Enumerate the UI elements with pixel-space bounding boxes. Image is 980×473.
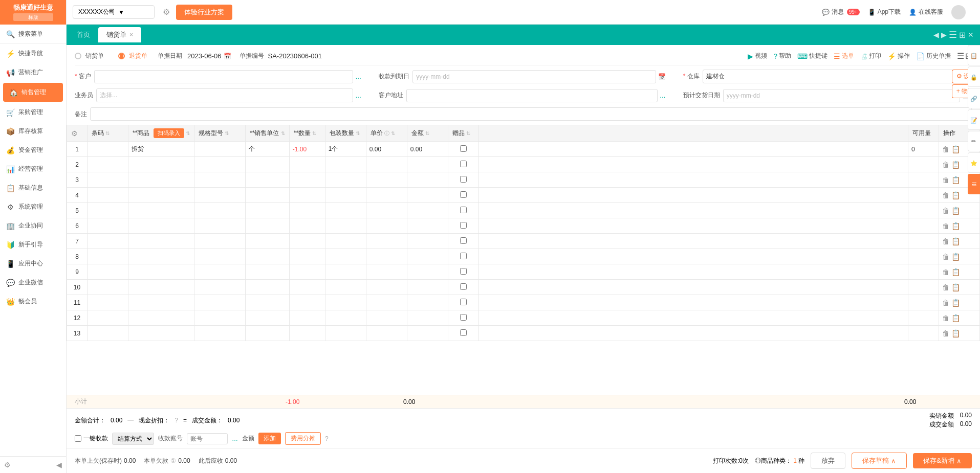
- cell-amount[interactable]: [407, 249, 448, 264]
- cell-unit[interactable]: [246, 310, 290, 326]
- cell-pkg-qty[interactable]: [325, 203, 366, 218]
- salesperson-input[interactable]: 选择...: [96, 88, 353, 102]
- cell-price[interactable]: [366, 310, 407, 326]
- cell-unit[interactable]: [246, 280, 290, 295]
- print-btn[interactable]: 🖨 打印: [860, 52, 881, 60]
- copy-row-icon[interactable]: 📋: [951, 222, 960, 230]
- right-panel-btn-5[interactable]: ✏: [968, 131, 980, 151]
- cell-qty[interactable]: [289, 310, 325, 326]
- copy-row-icon[interactable]: 📋: [951, 176, 960, 184]
- cell-gift[interactable]: [448, 326, 478, 341]
- cell-qty[interactable]: [289, 157, 325, 172]
- notes-input[interactable]: [90, 107, 972, 121]
- delete-row-icon[interactable]: 🗑: [942, 283, 949, 291]
- delete-row-icon[interactable]: 🗑: [942, 253, 949, 261]
- customer-input[interactable]: [94, 70, 353, 83]
- cell-price[interactable]: [366, 280, 407, 295]
- cell-price[interactable]: [366, 218, 407, 234]
- company-selector[interactable]: XXXXXX公司 ▼: [73, 5, 155, 19]
- cell-amount[interactable]: [407, 188, 448, 203]
- cell-price[interactable]: [366, 295, 407, 310]
- gift-checkbox[interactable]: [460, 283, 467, 290]
- delete-row-icon[interactable]: 🗑: [942, 145, 949, 153]
- cell-unit[interactable]: [246, 188, 290, 203]
- sidebar-item-operations[interactable]: 📊 经营管理: [0, 160, 66, 178]
- sidebar-item-members[interactable]: 👑 畅会员: [0, 292, 66, 311]
- delete-row-icon[interactable]: 🗑: [942, 314, 949, 322]
- cell-barcode[interactable]: [88, 280, 128, 295]
- sidebar-item-enterprise-wechat[interactable]: 💬 企业微信: [0, 273, 66, 292]
- cell-price[interactable]: [366, 326, 407, 341]
- sidebar-item-newbie-guide[interactable]: 🔰 新手引导: [0, 235, 66, 254]
- customer-dots-btn[interactable]: …: [353, 73, 363, 80]
- gift-checkbox[interactable]: [460, 314, 467, 321]
- cell-gift[interactable]: [448, 310, 478, 326]
- cell-gift[interactable]: [448, 172, 478, 188]
- cell-unit[interactable]: [246, 172, 290, 188]
- collapse-icon[interactable]: ◀: [56, 461, 62, 469]
- cell-qty[interactable]: [289, 203, 325, 218]
- cell-amount[interactable]: [407, 310, 448, 326]
- scan-barcode-btn[interactable]: 扫码录入: [154, 128, 184, 138]
- bill-owe-hint-icon[interactable]: ①: [170, 457, 176, 464]
- cell-barcode[interactable]: [88, 326, 128, 341]
- sidebar-item-system-mgmt[interactable]: ⚙ 系统管理: [0, 197, 66, 216]
- settings-icon[interactable]: ⚙: [4, 461, 11, 469]
- cell-amount[interactable]: [407, 234, 448, 249]
- cell-product[interactable]: 拆货: [128, 142, 194, 157]
- online-service-button[interactable]: 👤 在线客服: [909, 8, 943, 16]
- delete-row-icon[interactable]: 🗑: [942, 207, 949, 215]
- cell-price[interactable]: [366, 203, 407, 218]
- cell-amount[interactable]: [407, 172, 448, 188]
- prev-page-icon[interactable]: ◀: [933, 31, 939, 39]
- cell-spec[interactable]: [194, 142, 246, 157]
- gift-checkbox[interactable]: [460, 268, 467, 275]
- avatar[interactable]: [951, 5, 966, 19]
- cell-price[interactable]: 0.00: [366, 142, 407, 157]
- gift-checkbox[interactable]: [460, 176, 467, 183]
- copy-row-icon[interactable]: 📋: [951, 161, 960, 169]
- cell-pkg-qty[interactable]: [325, 188, 366, 203]
- select-order-btn[interactable]: ☰ 选单: [834, 52, 854, 60]
- cell-barcode[interactable]: [88, 249, 128, 264]
- cell-gift[interactable]: [448, 188, 478, 203]
- salesperson-dots-btn[interactable]: …: [353, 92, 363, 99]
- copy-row-icon[interactable]: 📋: [951, 253, 960, 261]
- right-panel-btn-7[interactable]: Itl: [968, 174, 980, 194]
- cell-gift[interactable]: [448, 295, 478, 310]
- copy-row-icon[interactable]: 📋: [951, 314, 960, 322]
- cell-product[interactable]: [128, 264, 194, 280]
- account-dots-btn[interactable]: …: [232, 435, 238, 442]
- copy-row-icon[interactable]: 📋: [951, 191, 960, 199]
- cell-barcode[interactable]: [88, 188, 128, 203]
- payment-checkbox-input[interactable]: [75, 435, 81, 442]
- cell-qty[interactable]: [289, 264, 325, 280]
- cell-product[interactable]: [128, 203, 194, 218]
- save-new-button[interactable]: 保存&新增 ∧: [913, 453, 972, 468]
- cell-pkg-qty[interactable]: [325, 310, 366, 326]
- cell-pkg-qty[interactable]: [325, 157, 366, 172]
- customer-addr-input[interactable]: [406, 89, 657, 102]
- gift-checkbox[interactable]: [460, 299, 467, 305]
- cell-barcode[interactable]: [88, 172, 128, 188]
- copy-row-icon[interactable]: 📋: [951, 145, 960, 153]
- messages-button[interactable]: 💬 消息 99+: [822, 8, 860, 16]
- cell-price[interactable]: [366, 172, 407, 188]
- cell-unit[interactable]: [246, 157, 290, 172]
- receipt-date-calendar-icon[interactable]: 📅: [656, 73, 668, 80]
- cell-qty[interactable]: [289, 295, 325, 310]
- grid-view-icon[interactable]: ⊞: [959, 30, 966, 40]
- warehouse-input[interactable]: 建材仓: [703, 70, 962, 83]
- settlement-method-select[interactable]: 结算方式: [112, 433, 154, 445]
- delete-row-icon[interactable]: 🗑: [942, 222, 949, 230]
- next-page-icon[interactable]: ▶: [941, 31, 947, 39]
- cell-gift[interactable]: [448, 142, 478, 157]
- delete-row-icon[interactable]: 🗑: [942, 329, 949, 337]
- cell-amount[interactable]: [407, 157, 448, 172]
- cell-amount[interactable]: [407, 218, 448, 234]
- close-all-icon[interactable]: ✕: [968, 31, 974, 39]
- cell-qty[interactable]: [289, 280, 325, 295]
- cell-qty[interactable]: [289, 172, 325, 188]
- cell-qty[interactable]: -1.00: [289, 142, 325, 157]
- cell-barcode[interactable]: [88, 218, 128, 234]
